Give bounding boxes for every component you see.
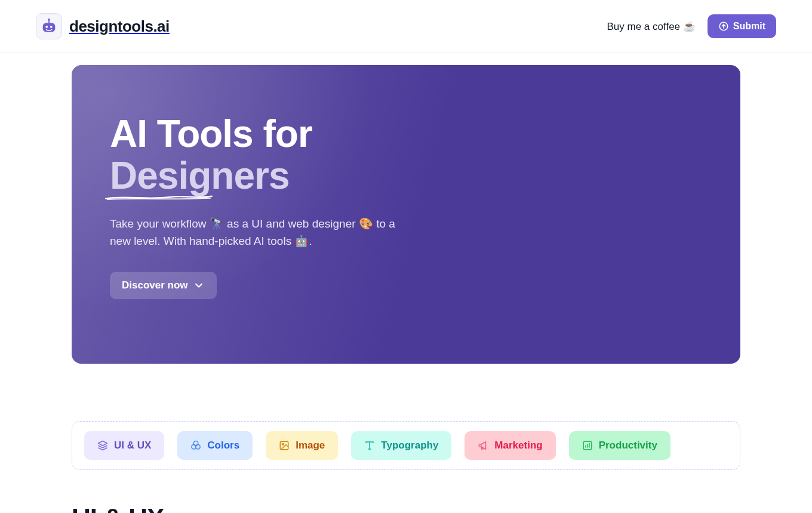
discover-button-label: Discover now [122, 279, 188, 291]
category-image[interactable]: Image [266, 431, 338, 460]
svg-point-1 [45, 26, 48, 28]
underline-decoration [105, 193, 213, 201]
chevron-down-icon [193, 279, 205, 291]
header-actions: Buy me a coffee ☕ Submit [607, 14, 776, 38]
category-nav: UI & UX Colors Image Typograp [72, 421, 740, 470]
category-colors[interactable]: Colors [177, 431, 253, 460]
hero-description: Take your workflow 🔭 as a UI and web des… [110, 215, 408, 250]
svg-point-4 [48, 19, 50, 21]
category-label: UI & UX [114, 440, 151, 451]
hero-section: AI Tools for Designers Take your workflo… [72, 65, 740, 364]
category-label: Productivity [599, 440, 657, 451]
upload-icon [718, 21, 729, 32]
category-label: Image [296, 440, 325, 451]
layers-icon [97, 440, 108, 451]
section-heading-uiux: UI & UX [72, 503, 740, 513]
submit-button[interactable]: Submit [708, 14, 776, 38]
category-uiux[interactable]: UI & UX [84, 431, 164, 460]
hero-title-line1: AI Tools for [110, 113, 702, 155]
megaphone-icon [478, 440, 488, 451]
category-productivity[interactable]: Productivity [569, 431, 670, 460]
category-marketing[interactable]: Marketing [465, 431, 555, 460]
color-swatch-icon [190, 440, 201, 451]
buy-coffee-link[interactable]: Buy me a coffee ☕ [607, 20, 696, 33]
logo-text: designtools.ai [69, 17, 170, 36]
category-label: Colors [207, 440, 239, 451]
site-header: designtools.ai Buy me a coffee ☕ Submit [0, 0, 812, 53]
category-typography[interactable]: Typography [351, 431, 451, 460]
hero-title-line2: Designers [110, 155, 289, 196]
svg-point-10 [282, 443, 284, 445]
discover-button[interactable]: Discover now [110, 272, 217, 299]
logo-link[interactable]: designtools.ai [36, 13, 170, 39]
logo-icon [36, 13, 62, 39]
submit-button-label: Submit [733, 21, 765, 32]
image-icon [279, 440, 290, 451]
bar-chart-icon [582, 440, 593, 451]
svg-point-2 [50, 26, 53, 28]
category-label: Typography [381, 440, 438, 451]
type-icon [364, 440, 375, 451]
category-label: Marketing [494, 440, 542, 451]
